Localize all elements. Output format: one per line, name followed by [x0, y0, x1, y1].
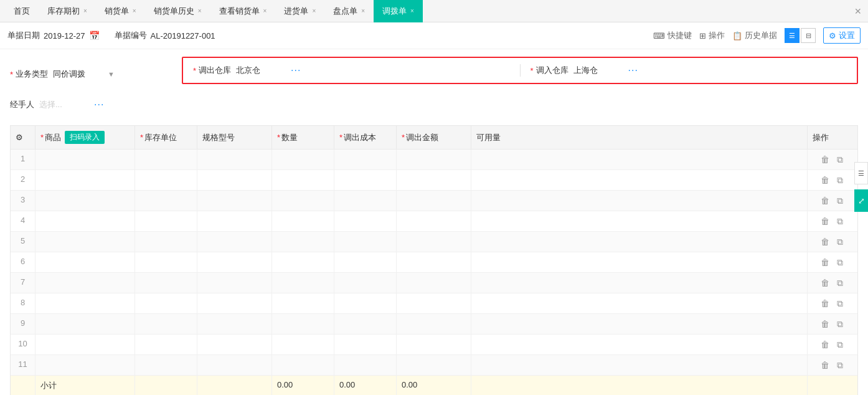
row-2-delete-icon[interactable]: 🗑: [819, 175, 831, 185]
row-2-amount[interactable]: [397, 170, 471, 190]
history-icon: 📋: [732, 31, 742, 40]
row-2-unit[interactable]: [135, 170, 197, 190]
th-qty: * 数量: [272, 126, 334, 149]
tab-purchase[interactable]: 进货单 ×: [275, 0, 324, 22]
warehouse-out-field: * 调出仓库 北京仓 ···: [193, 65, 510, 76]
th-available: 可用量: [471, 126, 808, 149]
row-1-copy-icon[interactable]: ⧉: [834, 155, 846, 165]
subtotal-cost: 0.00: [334, 376, 397, 395]
table-row: 11 🗑 ⧉: [11, 355, 857, 376]
row-1-spec[interactable]: [197, 150, 272, 169]
row-2-copy-icon[interactable]: ⧉: [834, 175, 846, 186]
tab-sales-history[interactable]: 销货单历史 ×: [145, 0, 210, 22]
subtotal-label: 小计: [35, 376, 135, 395]
warehouse-out-value[interactable]: 北京仓: [236, 65, 286, 76]
table-row: 7 🗑 ⧉: [11, 273, 857, 293]
grid-view-btn[interactable]: ⊟: [801, 28, 816, 43]
subtotal-qty: 0.00: [272, 376, 334, 395]
row-2-product[interactable]: [35, 170, 135, 190]
history-btn[interactable]: 📋 历史单据: [732, 30, 777, 41]
th-gear[interactable]: ⚙: [11, 126, 35, 149]
tab-inventory-init[interactable]: 库存期初 ×: [39, 0, 96, 22]
operator-ellipsis[interactable]: ···: [94, 99, 104, 110]
calendar-icon[interactable]: 📅: [89, 31, 100, 40]
table-row: 4 🗑 ⧉: [11, 211, 857, 232]
tab-close-view-sales[interactable]: ×: [263, 7, 267, 14]
business-type-dropdown-icon[interactable]: ▼: [108, 70, 115, 78]
row-2-qty[interactable]: [272, 170, 334, 190]
warehouse-in-value[interactable]: 上海仓: [573, 65, 623, 76]
table-row: 9 🗑 ⧉: [11, 314, 857, 335]
row-1-index: 1: [11, 150, 35, 169]
row-1-cost[interactable]: [334, 150, 397, 169]
business-type-value[interactable]: 同价调拨: [53, 69, 103, 80]
row-1-actions: 🗑 ⧉: [808, 150, 857, 169]
tab-close-sales-history[interactable]: ×: [198, 7, 202, 14]
docno-field-group: 单据编号 AL-20191227-001: [115, 30, 215, 41]
tab-view-sales[interactable]: 查看销货单 ×: [210, 0, 276, 22]
row-8-actions: 🗑 ⧉: [808, 293, 857, 313]
th-operation: 操作: [808, 126, 857, 149]
tab-close-transfer[interactable]: ×: [410, 7, 414, 14]
table-header: ⚙ * 商品 扫码录入 * 库存单位 规格型号 * 数量 * 调出成本 * 调出…: [11, 126, 857, 150]
settings-btn[interactable]: ⚙ 设置: [823, 27, 861, 44]
th-product: * 商品 扫码录入: [35, 126, 135, 149]
row-3-actions: 🗑 ⧉: [808, 191, 857, 211]
list-view-btn[interactable]: ☰: [785, 28, 800, 43]
shortcut-btn[interactable]: ⌨ 快捷键: [653, 30, 692, 41]
warehouse-in-label: 调入仓库: [536, 65, 568, 76]
form-area: * 业务类型 同价调拨 ▼ * 调出仓库 北京仓 ··· * 调入仓库 上海仓 …: [0, 49, 868, 125]
operator-label: 经手人: [10, 99, 34, 110]
row-1-product[interactable]: [35, 150, 135, 169]
tab-close-stock-check[interactable]: ×: [361, 7, 365, 14]
th-cost: * 调出成本: [334, 126, 397, 149]
table-row: 3 🗑 ⧉: [11, 191, 857, 211]
row-3-delete-icon[interactable]: 🗑: [819, 196, 831, 206]
subtotal-row: 小计 0.00 0.00 0.00: [11, 376, 857, 395]
row-5-actions: 🗑 ⧉: [808, 232, 857, 252]
tab-close-purchase[interactable]: ×: [312, 7, 316, 14]
warehouse-in-required: *: [531, 66, 534, 75]
row-1-delete-icon[interactable]: 🗑: [819, 155, 831, 164]
tab-sales-order[interactable]: 销货单 ×: [96, 0, 145, 22]
date-field-group: 单据日期 2019-12-27 📅: [7, 30, 100, 41]
row-2-available[interactable]: [471, 170, 808, 190]
row-6-actions: 🗑 ⧉: [808, 252, 857, 272]
th-amount: * 调出金额: [397, 126, 471, 149]
table-row: 1 🗑 ⧉: [11, 150, 857, 170]
tab-bar: 首页 库存期初 × 销货单 × 销货单历史 × 查看销货单 × 进货单 × 盘点…: [0, 0, 868, 22]
tab-close-sales-order[interactable]: ×: [133, 7, 136, 14]
table-row: 6 🗑 ⧉: [11, 252, 857, 273]
operator-placeholder[interactable]: 选择...: [39, 99, 89, 110]
row-1-qty[interactable]: [272, 150, 334, 169]
close-window-btn[interactable]: ✕: [854, 6, 862, 16]
float-expand-btn[interactable]: ⤢: [854, 189, 868, 212]
header-bar: 单据日期 2019-12-27 📅 单据编号 AL-20191227-001 ⌨…: [0, 22, 868, 49]
row-11-actions: 🗑 ⧉: [808, 355, 857, 375]
product-table: ⚙ * 商品 扫码录入 * 库存单位 规格型号 * 数量 * 调出成本 * 调出…: [10, 125, 858, 395]
view-toggle: ☰ ⊟: [785, 28, 816, 43]
row-10-actions: 🗑 ⧉: [808, 335, 857, 355]
th-spec: 规格型号: [197, 126, 272, 149]
tab-transfer[interactable]: 调拨单 ×: [374, 0, 423, 22]
row-1-unit[interactable]: [135, 150, 197, 169]
subtotal-amount: 0.00: [397, 376, 471, 395]
scan-btn[interactable]: 扫码录入: [65, 131, 105, 144]
business-type-field: * 业务类型 同价调拨 ▼: [10, 57, 172, 92]
tab-home[interactable]: 首页: [5, 0, 39, 22]
warehouse-out-ellipsis[interactable]: ···: [291, 65, 301, 76]
right-float-panel: ☰ ⤢: [854, 162, 868, 212]
tab-stock-check[interactable]: 盘点单 ×: [324, 0, 374, 22]
warehouse-in-ellipsis[interactable]: ···: [628, 65, 638, 76]
float-list-btn[interactable]: ☰: [854, 162, 868, 184]
operator-field: 经手人 选择... ···: [10, 99, 104, 110]
row-2-cost[interactable]: [334, 170, 397, 190]
business-type-label: 业务类型: [16, 69, 48, 80]
row-1-available[interactable]: [471, 150, 808, 169]
row-3-copy-icon[interactable]: ⧉: [834, 196, 846, 206]
operation-btn[interactable]: ⊞ 操作: [699, 30, 725, 41]
row-2-spec[interactable]: [197, 170, 272, 190]
tab-close-inventory-init[interactable]: ×: [83, 7, 87, 14]
row-1-amount[interactable]: [397, 150, 471, 169]
docno-label: 单据编号: [115, 30, 147, 41]
